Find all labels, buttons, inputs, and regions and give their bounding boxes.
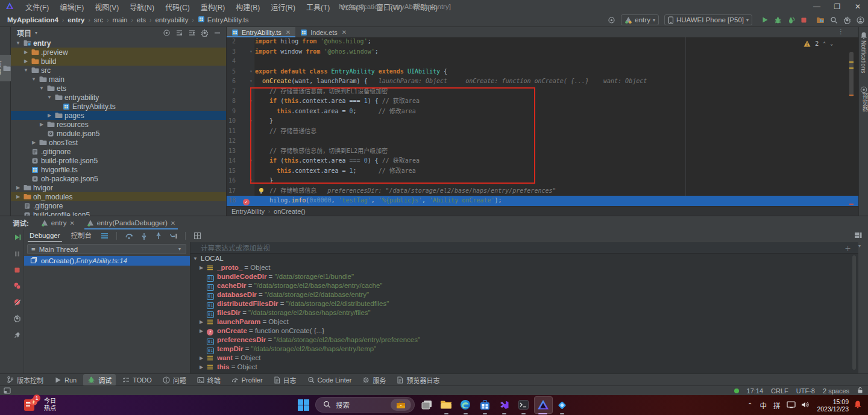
tray-clock[interactable]: 15:092023/12/23	[817, 398, 849, 413]
tree-item-ohosTest[interactable]: ▶ohosTest	[11, 138, 226, 147]
line-number[interactable]: 4	[227, 57, 236, 67]
debug-tab-entry[interactable]: entry✕	[35, 216, 81, 229]
tree-item-oh_modules[interactable]: ▶oh_modules	[11, 192, 226, 201]
toolwindow-button-TODO[interactable]: TODO	[118, 375, 156, 385]
scope-local[interactable]: ▼ LOCAL	[190, 254, 858, 263]
variables-scrollbar[interactable]	[852, 255, 856, 370]
chevron-right-icon[interactable]: ▶	[31, 140, 37, 145]
tree-item-.gitignore[interactable]: .gitignore	[11, 147, 226, 156]
tree-item-resources[interactable]: ▶resources	[11, 120, 226, 129]
variable-launchParam[interactable]: ▶launchParam = Object	[190, 317, 858, 326]
step-over-icon[interactable]	[125, 232, 133, 240]
toolwindow-button-问题[interactable]: 问题	[159, 374, 190, 386]
variable-bundleCodeDir[interactable]: 01bundleCodeDir = "/data/storage/el1/bun…	[190, 272, 858, 281]
menu-文件(F)[interactable]: 文件(F)	[20, 4, 54, 12]
breadcrumb-method[interactable]: onCreate()	[274, 208, 306, 215]
toolwindow-button-服务[interactable]: 服务	[358, 374, 390, 386]
debug-settings-icon[interactable]	[13, 314, 21, 325]
status-indent[interactable]: 2 spaces	[823, 387, 849, 395]
chevron-right-icon[interactable]: ▶	[23, 49, 29, 55]
prev-warning-icon[interactable]: ⌃	[823, 41, 826, 46]
lock-icon[interactable]	[857, 387, 863, 395]
variable-distributedFilesDir[interactable]: 01distributedFilesDir = "/data/storage/e…	[190, 299, 858, 308]
close-tab-icon[interactable]: ✕	[342, 29, 347, 36]
next-warning-icon[interactable]: ⌄	[830, 41, 833, 46]
tree-item-ets[interactable]: ▼ets	[11, 84, 226, 93]
line-number[interactable]: 6	[227, 76, 236, 87]
menu-导航(N)[interactable]: 导航(N)	[124, 4, 160, 12]
menu-视图(V)[interactable]: 视图(V)	[89, 4, 124, 12]
deveco-studio-button[interactable]	[536, 398, 550, 411]
attach-debugger-button[interactable]	[787, 16, 795, 24]
stop-icon[interactable]	[14, 265, 20, 276]
line-number[interactable]: 10	[227, 116, 236, 126]
tab-options-icon[interactable]: ⋮	[838, 28, 844, 35]
chevron-right-icon[interactable]: ▶	[200, 355, 203, 361]
stack-frame[interactable]: onCreate(), EntryAbility.ts:14	[24, 256, 190, 266]
chevron-right-icon[interactable]: ▶	[200, 364, 203, 370]
stop-button[interactable]	[800, 17, 807, 23]
restore-layout-icon[interactable]	[101, 232, 108, 239]
line-number[interactable]: 3	[227, 47, 236, 57]
tree-item-entry[interactable]: ▼entry	[11, 39, 226, 48]
breadcrumb-class[interactable]: EntryAbility	[231, 208, 265, 215]
watch-input[interactable]: 计算表达式或添加监视	[190, 242, 858, 254]
close-tab-icon[interactable]: ✕	[286, 29, 291, 36]
maximize-button[interactable]: ❐	[827, 2, 848, 11]
breadcrumb-item[interactable]: src	[94, 16, 103, 23]
breadcrumb-item[interactable]: main	[112, 16, 127, 23]
close-button[interactable]: ✕	[848, 2, 868, 11]
variable-tempDir[interactable]: 01tempDir = "/data/storage/el2/base/haps…	[190, 345, 858, 354]
minimize-button[interactable]: —	[807, 2, 827, 11]
view-breakpoints-icon[interactable]	[13, 281, 21, 292]
variable-databaseDir[interactable]: 01databaseDir = "/data/storage/el2/datab…	[190, 290, 858, 299]
inspection-widget[interactable]: 2⌃⌄	[804, 40, 833, 47]
menu-工具(T)[interactable]: 工具(T)	[301, 4, 335, 12]
chevron-right-icon[interactable]: ▶	[23, 58, 29, 64]
chevron-right-icon[interactable]: ▶	[39, 122, 45, 127]
code-area[interactable]: 2import hilog from '@ohos.hilog';3▾impor…	[227, 37, 858, 206]
edge-button[interactable]	[459, 398, 472, 411]
sidebar-tab-notifications[interactable]: Notifications	[860, 40, 867, 73]
tree-item-EntryAbility.ts[interactable]: EntryAbility.ts	[11, 102, 226, 111]
status-line-separator[interactable]: CRLF	[771, 387, 788, 395]
settings-gear-icon[interactable]	[843, 16, 851, 24]
chevron-down-icon[interactable]: ▼	[15, 40, 21, 46]
chevron-down-icon[interactable]: ▼	[31, 76, 37, 82]
line-number[interactable]: 2	[227, 37, 236, 47]
toolwindow-toggle-icon[interactable]	[4, 387, 11, 395]
locate-icon[interactable]	[163, 29, 171, 37]
chevron-down-icon[interactable]: ▼	[46, 95, 52, 100]
editor-tab-Index.ets[interactable]: Index.ets✕	[295, 27, 351, 37]
news-widget[interactable]: 1 今日热点	[23, 397, 56, 412]
tree-item-hvigor[interactable]: ▶hvigor	[11, 183, 226, 192]
line-number[interactable]: 13	[227, 146, 236, 157]
line-number[interactable]: 5	[227, 67, 236, 77]
chevron-right-icon[interactable]: ▶	[15, 194, 21, 199]
tree-item-hvigorfile.ts[interactable]: hvigorfile.ts	[11, 165, 226, 174]
variable-want[interactable]: ▶want = Object	[190, 354, 858, 363]
watch-dropdown-icon[interactable]: ▾	[858, 243, 861, 253]
line-number[interactable]: 17	[227, 186, 236, 196]
breadcrumb-item[interactable]: ets	[137, 16, 146, 23]
chevron-right-icon[interactable]: ▶	[200, 319, 203, 325]
mute-breakpoints-icon[interactable]	[13, 298, 21, 308]
breadcrumb-item[interactable]: EntryAbility.ts	[207, 16, 249, 23]
device-selector[interactable]: HUAWEI Phone [P50]▾	[664, 14, 752, 25]
tree-item-build-profile.json5[interactable]: build-profile.json5	[11, 156, 226, 165]
profiler-button[interactable]	[816, 16, 825, 24]
line-number[interactable]: 11	[227, 126, 236, 137]
editor-tab-EntryAbility.ts[interactable]: EntryAbility.ts✕	[227, 27, 295, 37]
chevron-right-icon[interactable]: ▶	[46, 113, 52, 118]
tree-item-pages[interactable]: ▶pages	[11, 111, 226, 120]
terminal-button[interactable]	[517, 398, 530, 411]
pin-icon[interactable]	[14, 330, 21, 341]
menu-构建(B)[interactable]: 构建(B)	[230, 4, 265, 12]
account-icon[interactable]	[857, 16, 864, 24]
breakpoint-icon[interactable]: ✓	[243, 197, 250, 206]
device-tool-button[interactable]	[555, 398, 568, 411]
toolwindow-button-日志[interactable]: 日志	[269, 374, 301, 386]
toolwindow-button-终端[interactable]: 终端	[193, 374, 225, 386]
line-number[interactable]: 12	[227, 136, 236, 146]
device-manager-icon[interactable]	[608, 16, 615, 24]
